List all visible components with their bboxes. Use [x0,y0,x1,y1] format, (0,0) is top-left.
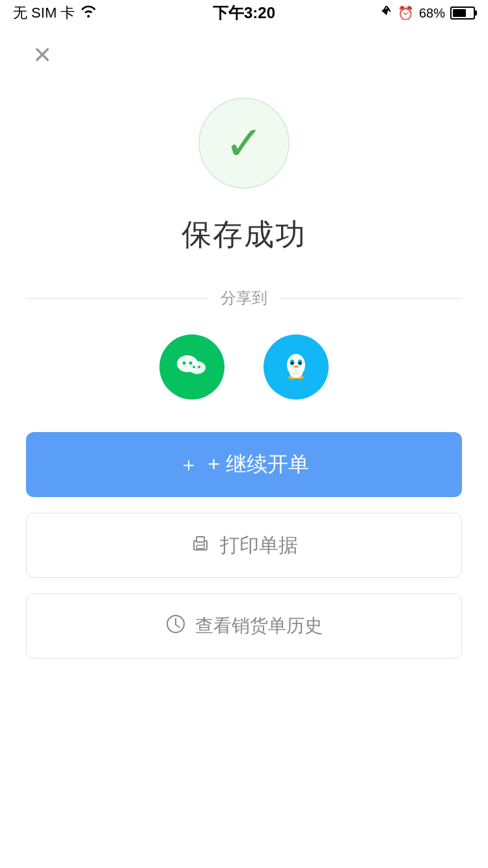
print-button[interactable]: 打印单据 [26,513,462,578]
status-bar: 无 SIM 卡 下午3:20 ⏰ 68% [0,0,488,26]
continue-button[interactable]: ＋ + 继续开单 [26,432,462,497]
status-right: ⏰ 68% [381,5,475,21]
share-label: 分享到 [221,288,267,308]
qq-icon [277,348,315,386]
no-sim-text: 无 SIM 卡 [13,3,75,23]
svg-rect-17 [197,537,204,542]
action-buttons: ＋ + 继续开单 打印单据 [26,432,462,658]
svg-point-4 [193,366,195,368]
close-button[interactable]: ✕ [26,39,59,72]
status-left: 无 SIM 卡 [13,3,97,23]
checkmark-icon: ✓ [224,120,264,167]
svg-point-2 [183,362,186,365]
success-title: 保存成功 [182,215,306,255]
printer-icon [190,533,211,558]
close-button-row: ✕ [26,39,462,72]
clock-icon [165,614,186,639]
continue-button-label: + 继续开单 [208,450,309,479]
svg-point-9 [291,362,293,364]
wechat-icon [173,348,211,386]
main-content: ✕ ✓ 保存成功 分享到 [0,26,488,868]
battery-percentage: 68% [419,6,445,21]
history-button-label: 查看销货单历史 [195,614,323,638]
wifi-icon [80,5,97,21]
svg-point-19 [204,543,206,545]
svg-line-22 [176,625,180,627]
svg-point-3 [189,362,193,365]
success-icon-circle: ✓ [198,98,290,189]
print-button-label: 打印单据 [220,532,298,559]
alarm-icon: ⏰ [398,5,414,21]
close-x-icon: ✕ [33,44,52,67]
svg-point-10 [299,362,301,364]
share-divider: 分享到 [26,288,462,308]
share-section: 分享到 [26,288,462,400]
location-icon [381,6,392,21]
divider-right [280,298,462,299]
wechat-share-button[interactable] [159,334,224,400]
history-button[interactable]: 查看销货单历史 [26,593,462,658]
status-time: 下午3:20 [213,3,275,23]
share-icons-row [26,334,462,400]
qq-share-button[interactable] [264,334,329,400]
battery-icon [450,7,475,20]
svg-point-15 [292,369,300,375]
plus-icon: ＋ [179,452,198,478]
svg-point-5 [198,366,200,368]
svg-rect-18 [197,545,204,549]
divider-left [26,298,208,299]
